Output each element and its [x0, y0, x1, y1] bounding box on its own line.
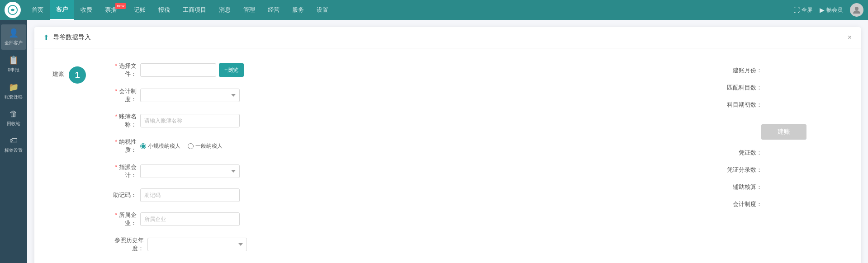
nav-settings[interactable]: 设置	[310, 0, 335, 20]
tax-option-general[interactable]: 一般纳税人	[188, 142, 223, 150]
nav-business-projects[interactable]: 工商项目	[176, 0, 213, 20]
ledger-name-input[interactable]	[140, 114, 240, 127]
info-section: 建账月份： 匹配科目数： 科目期初数： 建账	[725, 62, 843, 262]
new-badge: new	[115, 3, 126, 9]
app-logo[interactable]	[5, 2, 21, 18]
memo-code-row: 助记码：	[104, 188, 707, 202]
declaration-icon: 📋	[9, 55, 19, 65]
file-input-group: +浏览	[140, 63, 240, 77]
browse-button[interactable]: +浏览	[219, 63, 244, 77]
build-month-label: 建账月份：	[725, 66, 766, 75]
sidebar-migration-label: 账套迁移	[5, 94, 23, 100]
ref-year-label: 参照历史年度：	[104, 236, 147, 253]
nav-management[interactable]: 管理	[237, 0, 261, 20]
recycle-icon: 🗑	[9, 109, 18, 119]
sidebar-item-declaration[interactable]: 📋 0申报	[1, 52, 26, 77]
step-area: 建账 1	[52, 62, 86, 84]
vip-button[interactable]: ▶ 畅会员	[820, 6, 843, 14]
sidebar-item-migration[interactable]: 📁 账套迁移	[1, 79, 26, 104]
memo-code-input[interactable]	[140, 188, 240, 202]
sidebar-item-recycle[interactable]: 🗑 回收站	[1, 106, 26, 131]
all-customers-icon: 👤	[9, 28, 19, 38]
initial-balance-row: 科目期初数：	[725, 101, 843, 109]
company-input[interactable]	[140, 212, 240, 226]
ledger-name-row: 账簿名称：	[104, 113, 707, 129]
memo-code-label: 助记码：	[104, 191, 140, 199]
match-subjects-row: 匹配科目数：	[725, 84, 843, 92]
nav-items: 首页 客户 收费 票据 new 记账 报税 工商项目 消息 管理 经营 服务 设…	[25, 0, 793, 20]
tax-option-small-label: 小规模纳税人	[148, 142, 180, 150]
sidebar-tags-label: 标签设置	[5, 147, 23, 154]
tax-option-small[interactable]: 小规模纳税人	[140, 142, 180, 150]
nav-fees[interactable]: 收费	[74, 0, 99, 20]
fullscreen-icon: ⛶	[793, 6, 800, 14]
sidebar: 👤 全部客户 📋 0申报 📁 账套迁移 🗑 回收站 🏷 标签设置	[0, 20, 27, 263]
company-row: 所属企业：	[104, 211, 707, 227]
tax-radio-small[interactable]	[140, 143, 146, 149]
accounting-system-info-label: 会计制度：	[725, 200, 766, 208]
sidebar-recycle-label: 回收站	[7, 121, 20, 127]
step-label: 建账	[52, 66, 64, 78]
import-icon: ⬆	[43, 33, 49, 42]
dialog-header: ⬆ 导爷数据导入 ×	[34, 27, 861, 48]
dialog-header-left: ⬆ 导爷数据导入	[43, 33, 91, 42]
vip-icon: ▶	[820, 6, 825, 14]
auxiliary-label: 辅助核算：	[725, 183, 766, 191]
initial-balance-label: 科目期初数：	[725, 101, 766, 109]
dialog-title: 导爷数据导入	[53, 33, 91, 42]
close-button[interactable]: ×	[848, 33, 852, 42]
content-area: ⬆ 导爷数据导入 × 建账 1 选择文件：	[27, 20, 868, 263]
voucher-count-label: 凭证数：	[725, 149, 766, 157]
voucher-entries-row: 凭证分录数：	[725, 166, 843, 174]
build-month-row: 建账月份：	[725, 66, 843, 75]
auxiliary-row: 辅助核算：	[725, 183, 843, 191]
avatar[interactable]	[850, 3, 863, 17]
voucher-count-row: 凭证数：	[725, 149, 843, 157]
company-label: 所属企业：	[104, 211, 140, 227]
nav-tax[interactable]: 报税	[152, 0, 176, 20]
ref-year-row: 参照历史年度：	[104, 236, 707, 253]
create-account-button[interactable]: 建账	[761, 124, 806, 140]
nav-services[interactable]: 服务	[286, 0, 310, 20]
nav-customers[interactable]: 客户	[50, 0, 74, 20]
form-section: 选择文件： +浏览 会计制度：	[104, 62, 707, 262]
match-subjects-label: 匹配科目数：	[725, 84, 766, 92]
file-input[interactable]	[140, 63, 216, 77]
ref-year-select[interactable]	[147, 238, 247, 251]
svg-point-1	[855, 7, 859, 10]
nav-invoices[interactable]: 票据 new	[99, 0, 128, 20]
nav-bookkeeping[interactable]: 记账	[128, 0, 152, 20]
tax-nature-radio-group: 小规模纳税人 一般纳税人	[140, 142, 707, 150]
ledger-name-label: 账簿名称：	[104, 113, 140, 129]
assign-accountant-select[interactable]	[140, 164, 240, 178]
sidebar-declaration-label: 0申报	[8, 67, 19, 73]
accounting-system-label: 会计制度：	[104, 87, 140, 103]
sidebar-item-all-customers[interactable]: 👤 全部客户	[1, 24, 26, 50]
tags-icon: 🏷	[9, 136, 18, 146]
sidebar-item-tags[interactable]: 🏷 标签设置	[1, 132, 26, 157]
nav-messages[interactable]: 消息	[213, 0, 237, 20]
sidebar-all-customers-label: 全部客户	[5, 40, 23, 46]
tax-nature-row: 纳税性质： 小规模纳税人 一般纳税人	[104, 138, 707, 154]
nav-home[interactable]: 首页	[25, 0, 50, 20]
assign-accountant-label: 指派会计：	[104, 163, 140, 179]
assign-accountant-row: 指派会计：	[104, 163, 707, 179]
select-file-label: 选择文件：	[104, 62, 140, 78]
migration-icon: 📁	[9, 82, 19, 92]
tax-radio-general[interactable]	[188, 143, 194, 149]
top-navbar: 首页 客户 收费 票据 new 记账 报税 工商项目 消息 管理 经营 服务 设…	[0, 0, 868, 20]
vip-label: 畅会员	[826, 6, 843, 14]
accounting-system-row: 会计制度：	[104, 87, 707, 103]
import-dialog: ⬆ 导爷数据导入 × 建账 1 选择文件：	[34, 27, 861, 263]
nav-operations[interactable]: 经营	[261, 0, 286, 20]
main-layout: 👤 全部客户 📋 0申报 📁 账套迁移 🗑 回收站 🏷 标签设置 ⬆ 导爷	[0, 20, 868, 263]
dialog-body: 建账 1 选择文件： +浏览	[34, 48, 861, 263]
select-file-row: 选择文件： +浏览	[104, 62, 707, 78]
nav-right: ⛶ 全屏 ▶ 畅会员	[793, 3, 863, 17]
create-button-wrap: 建账	[725, 118, 843, 140]
accounting-system-select[interactable]	[140, 89, 240, 102]
tax-option-general-label: 一般纳税人	[195, 142, 223, 150]
fullscreen-button[interactable]: ⛶ 全屏	[793, 6, 812, 14]
voucher-entries-label: 凭证分录数：	[725, 166, 766, 174]
tax-nature-label: 纳税性质：	[104, 138, 140, 154]
